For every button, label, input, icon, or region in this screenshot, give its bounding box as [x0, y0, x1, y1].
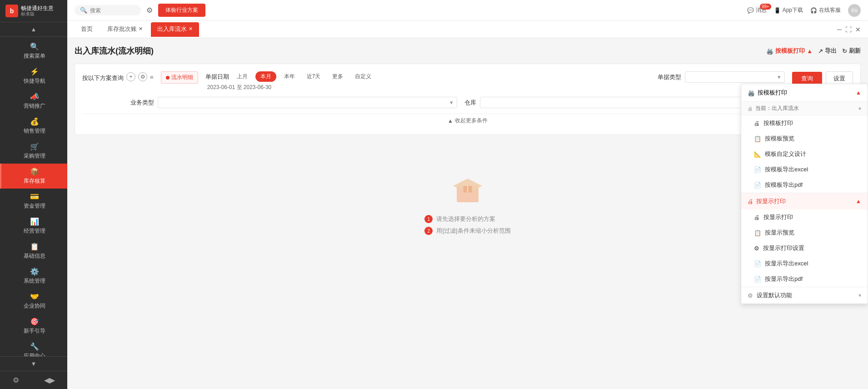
- display-pdf-item[interactable]: 📄 按显示导出pdf: [741, 271, 868, 287]
- sidebar-label-collab: 企业协同: [24, 302, 45, 310]
- collapse-more-btn[interactable]: ▲ 收起更多条件: [82, 114, 853, 127]
- current-icon: 🖨: [748, 106, 753, 111]
- topbar-gear-icon[interactable]: ⚙: [146, 6, 153, 15]
- tab-minimize-btn[interactable]: ─: [837, 26, 842, 33]
- sidebar-item-sales[interactable]: 💰 销售管理: [0, 114, 67, 139]
- template-print-item[interactable]: 🖨 按模板打印: [741, 115, 868, 131]
- filter-add-btn[interactable]: +: [126, 72, 135, 81]
- sidebar-item-marketing[interactable]: 📣 营销推广: [0, 89, 67, 114]
- topbar-search[interactable]: 🔍: [75, 5, 141, 15]
- template-excel-item[interactable]: 📄 按模板导出excel: [741, 162, 868, 177]
- quicknav-icon: ⚡: [30, 67, 39, 76]
- display-excel-item[interactable]: 📄 按显示导出excel: [741, 256, 868, 271]
- sales-icon: 💰: [30, 117, 39, 126]
- sidebar-item-purchase[interactable]: 🛒 采购管理: [0, 139, 67, 164]
- doc-type-select[interactable]: ▾: [685, 71, 785, 83]
- settings-footer-icon[interactable]: ⚙: [13, 376, 19, 384]
- date-last7[interactable]: 近7天: [303, 71, 325, 82]
- operations-icon: 📊: [30, 217, 39, 226]
- search-topbar-input[interactable]: [90, 7, 135, 14]
- sidebar-item-basic[interactable]: 📋 基础信息: [0, 239, 67, 264]
- dropdown-panel: 🖨️ 按模板打印 ▲ 🖨 当前：出入库流水 ▾ 🖨 按模板打印: [741, 84, 868, 304]
- tab-home[interactable]: 首页: [75, 22, 99, 37]
- print-template-btn[interactable]: 🖨️ 按模板打印 ▲: [766, 47, 813, 55]
- user-avatar[interactable]: Rit: [848, 4, 861, 17]
- display-preview-item[interactable]: 📋 按显示预览: [741, 225, 868, 240]
- date-more[interactable]: 更多: [328, 71, 347, 82]
- system-icon: ⚙️: [30, 267, 39, 276]
- date-this-month[interactable]: 本月: [255, 71, 276, 82]
- date-range-display: 2023-06-01 至 2023-06-30: [207, 84, 650, 91]
- filter-row-main: 按以下方案查询 + ⚙ « 流水明细 单据日期 上月 本月: [82, 71, 853, 91]
- tab-flow[interactable]: 出入库流水 ✕: [151, 22, 199, 37]
- sidebar-item-quicknav[interactable]: ⚡ 快捷导航: [0, 64, 67, 89]
- set-default-item[interactable]: ⚙ 设置默认功能 ▾: [741, 287, 868, 304]
- template-print-icon: 🖨: [754, 120, 760, 127]
- empty-step-1: 1 请先选择要分析的方案: [424, 215, 510, 223]
- service-icon: 🎧: [810, 7, 817, 14]
- sidebar-label-basic: 基础信息: [24, 252, 45, 260]
- sidebar-label-quicknav: 快捷导航: [24, 77, 45, 85]
- template-preview-item[interactable]: 📋 按模板预览: [741, 131, 868, 146]
- tab-flow-close[interactable]: ✕: [189, 26, 193, 32]
- set-default-icon: ⚙: [748, 292, 753, 299]
- set-default-arrow: ▾: [858, 292, 861, 299]
- tab-close-btn[interactable]: ✕: [855, 26, 861, 33]
- template-print-section: 🖨 按模板打印 📋 按模板预览 📐 模板自定义设计 📄 按模板导出excel 📄: [741, 115, 868, 193]
- logo-icon: b: [5, 5, 18, 17]
- doc-type-section: 单据类型 ▾: [658, 71, 785, 83]
- app-download-btn[interactable]: 📱 App下载: [774, 6, 803, 14]
- biz-type-label: 业务类型: [130, 99, 154, 107]
- filter-settings-btn[interactable]: ⚙: [138, 72, 147, 81]
- finance-icon: 💳: [30, 192, 39, 201]
- sidebar-item-newbie[interactable]: 🎯 新手引导: [0, 314, 67, 339]
- filter-label-section: 按以下方案查询 + ⚙ «: [82, 71, 154, 82]
- sidebar-item-inventory[interactable]: 📦 库存核算: [0, 164, 67, 189]
- tab-batch-close[interactable]: ✕: [139, 26, 143, 32]
- template-preview-icon: 📋: [754, 135, 761, 142]
- online-service-btn[interactable]: 🎧 在线客服: [810, 6, 841, 14]
- collapse-sidebar-btn[interactable]: ◀▶: [44, 376, 55, 384]
- display-settings-item[interactable]: ⚙ 按显示打印设置: [741, 240, 868, 256]
- inventory-icon: 📦: [30, 167, 39, 176]
- logo: b 畅捷通好生意 标准版: [0, 0, 67, 22]
- sidebar-item-operations[interactable]: 📊 经营管理: [0, 214, 67, 239]
- display-print-section-header[interactable]: 🖨 按显示打印 ▲: [741, 193, 868, 209]
- display-section-icon: 🖨: [748, 198, 753, 205]
- tab-batch[interactable]: 库存批次账 ✕: [101, 22, 149, 37]
- sidebar-label-purchase: 采购管理: [24, 152, 45, 160]
- industry-solution-button[interactable]: 体验行业方案: [158, 4, 205, 17]
- filter-tag-label: 流水明细: [171, 74, 193, 81]
- message-btn[interactable]: 💬 消息 99+: [747, 6, 767, 14]
- biz-type-select[interactable]: ▾: [158, 97, 457, 108]
- message-icon: 💬: [747, 7, 754, 14]
- filter-collapse-icon[interactable]: «: [150, 73, 154, 80]
- purchase-icon: 🛒: [30, 142, 39, 151]
- sidebar-item-search[interactable]: 🔍 搜索菜单: [0, 39, 67, 64]
- sidebar-item-finance[interactable]: 💳 资金管理: [0, 189, 67, 214]
- sidebar-item-apps[interactable]: 🔧 应用中心: [0, 339, 67, 356]
- sidebar-label-newbie: 新手引导: [24, 327, 45, 335]
- display-section-chevron: ▲: [856, 198, 861, 204]
- filter-active-tag: 流水明细: [161, 71, 198, 84]
- search-topbar-icon: 🔍: [80, 7, 87, 14]
- newbie-icon: 🎯: [30, 317, 39, 326]
- collab-icon: 🤝: [30, 292, 39, 301]
- template-custom-item[interactable]: 📐 模板自定义设计: [741, 146, 868, 162]
- template-pdf-item[interactable]: 📄 按模板导出pdf: [741, 177, 868, 193]
- date-this-year[interactable]: 本年: [280, 71, 299, 82]
- date-custom[interactable]: 自定义: [351, 71, 375, 82]
- sidebar-item-system[interactable]: ⚙️ 系统管理: [0, 264, 67, 289]
- export-btn[interactable]: ↗ 导出: [818, 47, 837, 55]
- refresh-btn[interactable]: ↻ 刷新: [842, 47, 861, 55]
- sidebar-item-collab[interactable]: 🤝 企业协同: [0, 289, 67, 314]
- logo-text: 畅捷通好生意 标准版: [21, 5, 54, 17]
- template-excel-icon: 📄: [754, 166, 761, 173]
- scroll-down-btn[interactable]: ▼: [29, 359, 39, 369]
- display-print-item[interactable]: 🖨 按显示打印: [741, 209, 868, 225]
- tab-maximize-btn[interactable]: ⛶: [845, 26, 852, 33]
- page-title-actions: 🖨️ 按模板打印 ▲ ↗ 导出 ↻ 刷新: [766, 47, 861, 55]
- date-prev-month[interactable]: 上月: [233, 71, 252, 82]
- scroll-up-btn[interactable]: ▲: [29, 24, 39, 35]
- dropdown-collapse-btn[interactable]: ▲: [856, 90, 861, 96]
